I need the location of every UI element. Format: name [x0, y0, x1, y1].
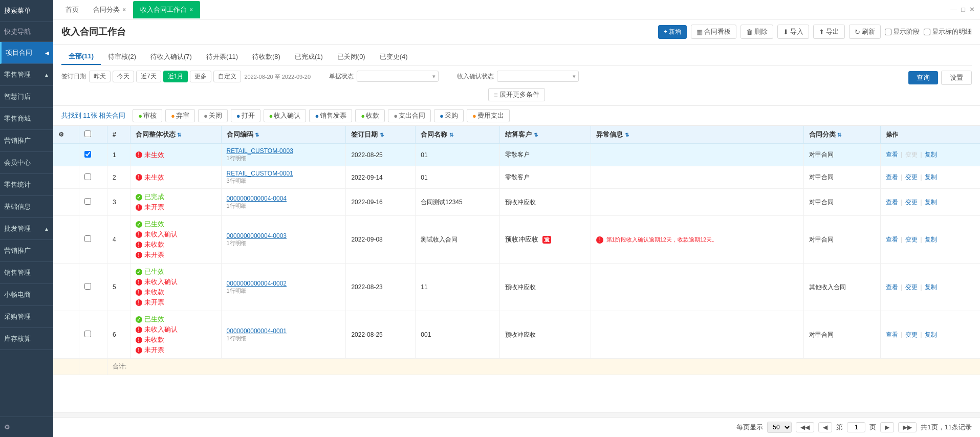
sidebar-item-base-info[interactable]: 基础信息 — [0, 196, 53, 218]
row4-view[interactable]: 查看 — [886, 236, 898, 243]
row6-change[interactable]: 变更 — [905, 331, 918, 338]
date-custom[interactable]: 自定义 — [213, 71, 241, 82]
date-yesterday[interactable]: 昨天 — [89, 71, 111, 82]
row5-change[interactable]: 变更 — [905, 283, 918, 291]
date-last1month[interactable]: 近1月 — [163, 71, 188, 82]
income-confirm-select[interactable] — [497, 71, 579, 82]
date-more[interactable]: 更多 — [190, 71, 211, 82]
sidebar-item-smart-store[interactable]: 智慧门店 — [0, 86, 53, 108]
select-all-checkbox[interactable] — [84, 130, 91, 137]
sidebar-item-inventory[interactable]: 库存核算 — [0, 328, 53, 350]
next-page-btn[interactable]: ▶ — [880, 422, 894, 432]
row2-checkbox[interactable] — [79, 166, 107, 189]
collection-button[interactable]: ● 收款 — [355, 109, 385, 122]
row3-copy[interactable]: 复制 — [925, 199, 937, 206]
row1-checkbox[interactable] — [79, 144, 107, 166]
expand-conditions-button[interactable]: ≡ 展开更多条件 — [488, 88, 545, 101]
window-close[interactable]: ✕ — [969, 6, 975, 13]
tab-home[interactable]: 首页 — [58, 1, 86, 18]
row5-copy[interactable]: 复制 — [925, 283, 937, 291]
show-stages-input[interactable] — [885, 29, 891, 35]
filter-tab-completed[interactable]: 已完成(1) — [288, 49, 330, 64]
filter-tab-closed[interactable]: 已关闭(0) — [330, 49, 373, 64]
row2-view[interactable]: 查看 — [886, 173, 898, 181]
abandon-button[interactable]: ● 弃审 — [165, 109, 195, 122]
sidebar-item-retail-mall[interactable]: 零售商城 — [0, 108, 53, 130]
filter-tab-pending-review[interactable]: 待审核(2) — [101, 49, 143, 64]
row4-checkbox[interactable] — [79, 216, 107, 264]
sidebar-item-purchase[interactable]: 采购管理 — [0, 306, 53, 328]
sidebar-item-retail-mgmt[interactable]: 零售管理 ▲ — [0, 64, 53, 86]
tab-contract-cat[interactable]: 合同分类 × — [86, 1, 133, 18]
sidebar-item-retail-stat[interactable]: 零售统计 — [0, 174, 53, 196]
row4-change[interactable]: 变更 — [905, 236, 918, 243]
prev-page-btn[interactable]: ◀ — [818, 422, 832, 432]
sidebar-settings[interactable]: ⚙ — [0, 417, 53, 437]
col-settings[interactable]: ⚙ — [53, 126, 79, 144]
row1-change[interactable]: 变更 — [905, 151, 918, 158]
show-stages-checkbox[interactable]: 显示阶段 — [885, 27, 920, 36]
doc-status-select[interactable] — [357, 71, 439, 82]
contract-board-button[interactable]: ▦ 合同看板 — [691, 25, 736, 39]
row2-code-link[interactable]: RETAIL_CUSTOM-0001 — [227, 170, 293, 177]
last-page-btn[interactable]: ▶▶ — [898, 422, 917, 432]
window-maximize[interactable]: □ — [961, 6, 965, 13]
close-button[interactable]: ● 关闭 — [198, 109, 228, 122]
row6-code-link[interactable]: 0000000000004-0001 — [227, 327, 287, 335]
sidebar-search[interactable]: 搜索菜单 — [0, 0, 53, 22]
row2-copy[interactable]: 复制 — [925, 173, 937, 181]
row2-change[interactable]: 变更 — [905, 173, 918, 181]
date-today[interactable]: 今天 — [113, 71, 134, 82]
row3-view[interactable]: 查看 — [886, 199, 898, 206]
row1-copy[interactable]: 复制 — [925, 151, 937, 158]
date-last7[interactable]: 近7天 — [136, 71, 161, 82]
query-button[interactable]: 查询 — [908, 71, 938, 84]
sidebar-item-marketing[interactable]: 营销推广 — [0, 130, 53, 152]
open-button[interactable]: ● 打开 — [231, 109, 260, 122]
row3-change[interactable]: 变更 — [905, 199, 918, 206]
show-marks-checkbox[interactable]: 显示标的明细 — [924, 27, 972, 36]
row6-checkbox[interactable] — [79, 311, 107, 359]
sidebar-item-batch-mgmt[interactable]: 批发管理 ▲ — [0, 218, 53, 240]
page-input[interactable] — [847, 422, 865, 432]
income-confirm-button[interactable]: ● 收入确认 — [264, 109, 307, 122]
sales-invoice-button[interactable]: ● 销售发票 — [309, 109, 352, 122]
row3-code-link[interactable]: 0000000000004-0004 — [227, 195, 287, 202]
row3-checkbox[interactable] — [79, 189, 107, 216]
filter-tab-pending-income[interactable]: 待收入确认(7) — [143, 49, 199, 64]
sidebar-item-project[interactable]: 项目合同 ◀ — [0, 42, 53, 64]
row4-copy[interactable]: 复制 — [925, 236, 937, 243]
filter-tab-changed[interactable]: 已变更(4) — [373, 49, 415, 64]
row6-copy[interactable]: 复制 — [925, 331, 937, 338]
row1-code-link[interactable]: RETAIL_CUSTOM-0003 — [227, 147, 293, 155]
expense-out-button[interactable]: ● 费用支出 — [467, 109, 510, 122]
window-minimize[interactable]: — — [950, 6, 957, 13]
sidebar-item-member[interactable]: 会员中心 — [0, 152, 53, 174]
row4-code-link[interactable]: 0000000000004-0003 — [227, 232, 287, 239]
row1-view[interactable]: 查看 — [886, 151, 898, 158]
tab-contract-cat-close[interactable]: × — [122, 6, 126, 13]
filter-tab-pending-invoice[interactable]: 待开票(11) — [199, 49, 245, 64]
new-button[interactable]: + 新增 — [658, 25, 687, 39]
export-button[interactable]: ⬆ 导出 — [813, 25, 845, 39]
refresh-button[interactable]: ↻ 刷新 — [849, 25, 881, 39]
import-button[interactable]: ⬇ 导入 — [777, 25, 809, 39]
review-button[interactable]: ● 审核 — [133, 109, 162, 122]
tab-income-workbench[interactable]: 收入合同工作台 × — [133, 1, 200, 18]
sidebar-item-marketing2[interactable]: 营销推广 — [0, 240, 53, 262]
row5-checkbox[interactable] — [79, 264, 107, 311]
set-button[interactable]: 设置 — [941, 71, 972, 85]
horizontal-scrollbar[interactable] — [53, 412, 980, 417]
out-contract-button[interactable]: ● 支出合同 — [388, 109, 431, 122]
first-page-btn[interactable]: ◀◀ — [796, 422, 814, 432]
row5-code-link[interactable]: 0000000000004-0002 — [227, 280, 287, 287]
per-page-select[interactable]: 50 — [767, 422, 792, 433]
show-marks-input[interactable] — [924, 29, 930, 35]
row6-view[interactable]: 查看 — [886, 331, 898, 338]
sidebar-quick-nav[interactable]: 快捷导航 — [0, 22, 53, 42]
tab-income-workbench-close[interactable]: × — [189, 6, 193, 13]
row5-view[interactable]: 查看 — [886, 283, 898, 291]
sidebar-item-sales-mgmt[interactable]: 销售管理 — [0, 262, 53, 284]
purchase-button[interactable]: ● 采购 — [434, 109, 464, 122]
delete-button[interactable]: 🗑 删除 — [741, 25, 773, 39]
